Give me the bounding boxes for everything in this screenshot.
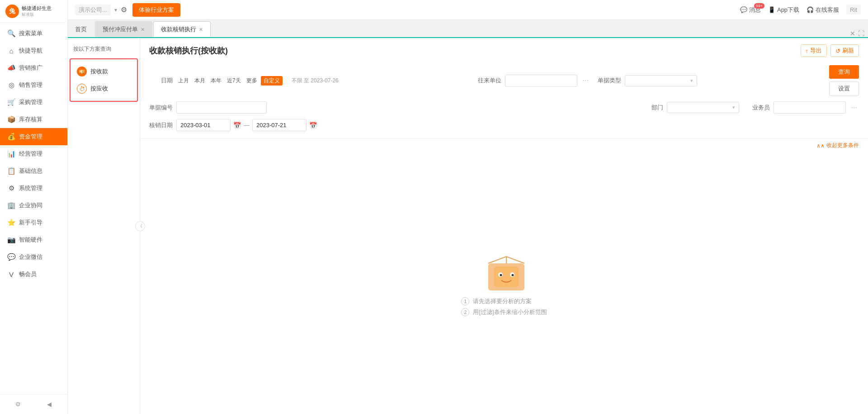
export-btn[interactable]: ↑ 导出 bbox=[801, 44, 827, 57]
bill-type-field: 单据类型 ▾ bbox=[598, 75, 697, 86]
date-field: 日期 上月 本月 本年 近7天 更多 自定义 bbox=[149, 76, 283, 86]
filter-collapse-btn[interactable]: 《 bbox=[135, 221, 145, 231]
refresh-btn[interactable]: ↺ 刷新 bbox=[830, 44, 859, 57]
sidebar-item-system[interactable]: ⚙ 系统管理 bbox=[0, 180, 67, 197]
dept-select[interactable]: ▾ bbox=[667, 102, 739, 113]
tab-receivable-label: 收款核销执行 bbox=[161, 25, 196, 33]
setting-btn[interactable]: 设置 bbox=[829, 81, 859, 96]
receivable-icon: ⏱ bbox=[77, 84, 87, 94]
sales-icon: ◎ bbox=[7, 81, 15, 89]
verify-date-start-input[interactable] bbox=[176, 119, 231, 131]
phone-icon: 📱 bbox=[768, 6, 775, 13]
counterparty-dots-btn[interactable]: ··· bbox=[581, 76, 590, 85]
tab-prepay[interactable]: 预付冲应付单 ✕ bbox=[95, 21, 152, 37]
query-btn[interactable]: 查询 bbox=[829, 65, 859, 79]
staff-label: 业务员 bbox=[746, 104, 770, 112]
date-tag-this-month[interactable]: 本月 bbox=[193, 76, 207, 86]
app-download-btn[interactable]: 📱 App下载 bbox=[768, 6, 799, 14]
sidebar-item-wechat[interactable]: 💬 企业微信 bbox=[0, 248, 67, 266]
user-name[interactable]: Rit bbox=[846, 5, 861, 14]
tab-home[interactable]: 首页 bbox=[68, 22, 94, 37]
settings-icon[interactable]: ⚙ bbox=[121, 5, 127, 14]
tab-prepay-close[interactable]: ✕ bbox=[141, 27, 145, 33]
sidebar-item-sales[interactable]: ◎ 销售管理 bbox=[0, 76, 67, 94]
sidebar-item-label: 营销推广 bbox=[19, 64, 42, 72]
date-tag-7days[interactable]: 近7天 bbox=[225, 76, 243, 86]
calendar-start-icon[interactable]: 📅 bbox=[233, 122, 241, 129]
tab-close-all-icon[interactable]: ✕ bbox=[850, 30, 855, 37]
sidebar-item-marketing[interactable]: 📣 营销推广 bbox=[0, 59, 67, 76]
date-tag-this-year[interactable]: 本年 bbox=[209, 76, 223, 86]
verify-date-range: 📅 — 📅 bbox=[176, 119, 317, 131]
solution-btn[interactable]: 体验行业方案 bbox=[132, 3, 180, 17]
company-name[interactable]: 演示公司... bbox=[75, 5, 111, 15]
sidebar-item-member[interactable]: V 畅会员 bbox=[0, 266, 67, 283]
bill-type-chevron: ▾ bbox=[690, 78, 693, 84]
sidebar-item-label: 采购管理 bbox=[19, 98, 42, 106]
empty-text: 1 请先选择要分析的方案 2 用[过滤]条件来缩小分析范围 bbox=[461, 297, 547, 319]
content-area: 按以下方案查询 💴 按收款 ⏱ 按应收 《 收款核销执行(按收款) ↑ bbox=[68, 38, 868, 414]
sidebar-item-label: 企业微信 bbox=[19, 253, 42, 261]
dropdown-icon[interactable]: ▾ bbox=[114, 7, 117, 13]
sidebar-item-purchase[interactable]: 🛒 采购管理 bbox=[0, 94, 67, 111]
sidebar-item-inventory[interactable]: 📦 库存核算 bbox=[0, 111, 67, 128]
member-icon: V bbox=[7, 271, 15, 278]
search-icon: 🔍 bbox=[7, 29, 15, 38]
home-icon: ⌂ bbox=[7, 47, 15, 55]
sidebar-item-label: 快捷导航 bbox=[19, 47, 42, 55]
sidebar-item-label: 经营管理 bbox=[19, 150, 42, 158]
date-label: 日期 bbox=[149, 76, 173, 85]
counterparty-input[interactable] bbox=[505, 75, 577, 87]
bill-no-input[interactable] bbox=[176, 101, 267, 114]
sidebar-item-label: 企业协同 bbox=[19, 201, 42, 209]
collapse-sidebar-btn[interactable]: ◀ bbox=[35, 398, 64, 410]
sidebar-item-collab[interactable]: 🏢 企业协同 bbox=[0, 197, 67, 214]
date-tag-last-month[interactable]: 上月 bbox=[176, 76, 191, 86]
filter-option-by-receipt[interactable]: 💴 按收款 bbox=[71, 63, 137, 80]
bill-no-field: 单据编号 bbox=[149, 101, 267, 114]
sidebar-item-quicknav[interactable]: ⌂ 快捷导航 bbox=[0, 42, 67, 59]
management-icon: 📊 bbox=[7, 150, 15, 158]
search-area: 收款核销执行(按收款) ↑ 导出 ↺ 刷新 日期 bbox=[140, 38, 868, 414]
settings-bottom-btn[interactable]: ⚙ bbox=[4, 398, 33, 410]
purchase-icon: 🛒 bbox=[7, 98, 15, 106]
hint-number-1: 1 bbox=[461, 297, 469, 305]
form-actions: 查询 设置 bbox=[829, 65, 859, 96]
tab-receivable[interactable]: 收款核销执行 ✕ bbox=[153, 21, 211, 37]
sidebar-item-search[interactable]: 🔍 搜索菜单 bbox=[0, 25, 67, 42]
date-tag-custom[interactable]: 自定义 bbox=[261, 76, 283, 86]
date-quick-tags: 上月 本月 本年 近7天 更多 自定义 bbox=[176, 76, 283, 86]
app-name: 畅捷通好生意 bbox=[22, 5, 52, 11]
staff-input[interactable] bbox=[774, 101, 846, 114]
date-tag-more[interactable]: 更多 bbox=[245, 76, 259, 86]
topbar-left: 演示公司... ▾ ⚙ bbox=[75, 5, 127, 15]
logo-icon: 兔 bbox=[5, 5, 19, 18]
inventory-icon: 📦 bbox=[7, 115, 15, 124]
bill-type-select[interactable]: ▾ bbox=[625, 75, 697, 86]
page-actions: ↑ 导出 ↺ 刷新 bbox=[801, 44, 859, 57]
main-area: 演示公司... ▾ ⚙ 体验行业方案 💬 消息 99+ 📱 App下载 🎧 在线… bbox=[68, 0, 868, 414]
sidebar-item-management[interactable]: 📊 经营管理 bbox=[0, 145, 67, 162]
collapse-more-btn[interactable]: ∧∧ 收起更多条件 bbox=[140, 138, 868, 152]
tab-expand-icon[interactable]: ⛶ bbox=[858, 30, 864, 37]
tab-receivable-close[interactable]: ✕ bbox=[199, 27, 203, 33]
sidebar-item-hardware[interactable]: 📷 智能硬件 bbox=[0, 231, 67, 248]
sidebar-item-basic[interactable]: 📋 基础信息 bbox=[0, 162, 67, 180]
dept-label: 部门 bbox=[640, 104, 663, 112]
filter-option-by-receivable[interactable]: ⏱ 按应收 bbox=[71, 80, 137, 97]
counterparty-field: 往来单位 ··· bbox=[478, 75, 590, 87]
online-service-btn[interactable]: 🎧 在线客服 bbox=[807, 6, 839, 14]
sidebar-item-finance[interactable]: 💰 资金管理 bbox=[0, 128, 67, 145]
dept-chevron: ▾ bbox=[732, 105, 735, 110]
empty-hint-2: 2 用[过滤]条件来缩小分析范围 bbox=[461, 308, 547, 316]
export-label: 导出 bbox=[810, 47, 822, 55]
collapse-arrow-icon: ∧∧ bbox=[816, 143, 825, 149]
sidebar-item-guide[interactable]: ⭐ 新手引导 bbox=[0, 214, 67, 231]
message-btn[interactable]: 💬 消息 99+ bbox=[740, 6, 761, 14]
verify-date-end-input[interactable] bbox=[252, 119, 307, 131]
calendar-end-icon[interactable]: 📅 bbox=[309, 122, 317, 129]
message-icon: 💬 bbox=[740, 6, 747, 13]
export-icon: ↑ bbox=[806, 48, 809, 54]
search-form: 日期 上月 本月 本年 近7天 更多 自定义 不限 至 2023-07-26 bbox=[140, 62, 868, 137]
staff-dots-btn[interactable]: ··· bbox=[849, 104, 859, 112]
